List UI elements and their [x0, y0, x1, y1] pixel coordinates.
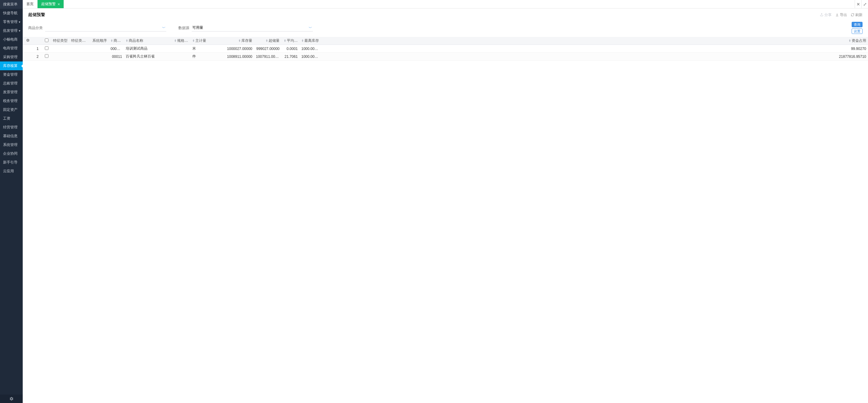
cell-uom: 件: [190, 53, 221, 61]
sidebar: 搜索菜单快捷导航零售管理▾批发管理▾小畅电商电商管理采购管理库存核算资金管理总账…: [0, 0, 23, 403]
sidebar-item-label: 资金管理: [3, 72, 18, 77]
cell-over-qty: 1007911.00000: [254, 53, 281, 61]
category-label: 商品分类: [28, 25, 43, 31]
page-title: 超储预警: [28, 12, 45, 18]
sidebar-item-6[interactable]: 采购管理: [0, 53, 23, 61]
sidebar-item-9[interactable]: 总账管理: [0, 79, 23, 88]
main-area: 首页超储预警× ✕ ⤢ 超储预警 分享 导出 刷新: [23, 0, 868, 403]
sidebar-item-8[interactable]: 资金管理: [0, 70, 23, 79]
share-icon: [820, 13, 824, 17]
export-icon: [835, 13, 839, 17]
cell-seq: 2: [33, 53, 42, 61]
sidebar-item-15[interactable]: 基础信息: [0, 132, 23, 141]
col-max-stock[interactable]: ▲▼最高库存: [300, 37, 321, 45]
share-button[interactable]: 分享: [820, 12, 832, 18]
cell-system-order: [91, 53, 109, 61]
table-header-row: 特征类型 特征类型名称 系统顺序 ▲▼商品… ▲▼商品名称 ▲▼规格型号 ▲▼主…: [23, 37, 868, 45]
chevron-down-icon: ▾: [19, 20, 20, 24]
cell-feature-type-name: [69, 45, 91, 53]
sidebar-item-label: 云应用: [3, 169, 14, 174]
col-feature-type[interactable]: 特征类型: [51, 37, 69, 45]
col-stock-qty[interactable]: ▲▼库存量: [221, 37, 254, 45]
close-icon[interactable]: ×: [58, 2, 60, 7]
cell-checkbox[interactable]: [42, 45, 51, 53]
tab-0[interactable]: 首页: [23, 0, 37, 8]
col-product-name[interactable]: ▲▼商品名称: [124, 37, 172, 45]
cell-product-name: 培训测试商品: [124, 45, 172, 53]
sidebar-item-label: 系统管理: [3, 142, 18, 148]
table-settings-header[interactable]: [23, 37, 33, 45]
cell-uom: 米: [190, 45, 221, 53]
sidebar-item-label: 固定资产: [3, 107, 18, 112]
sidebar-item-label: 新手引导: [3, 160, 18, 165]
cell-stock-qty: 1000027.00000: [221, 45, 254, 53]
sidebar-item-0[interactable]: 搜索菜单: [0, 0, 23, 9]
sidebar-item-label: 经营管理: [3, 125, 18, 130]
table-row[interactable]: 10000107培训测试商品米1000027.00000999027.00000…: [23, 45, 868, 53]
col-spec[interactable]: ▲▼规格型号: [172, 37, 190, 45]
cell-max-stock: 1000.00000: [300, 53, 321, 61]
sidebar-settings-button[interactable]: [0, 395, 23, 403]
col-over-qty[interactable]: ▲▼超储量: [254, 37, 281, 45]
sidebar-item-label: 采购管理: [3, 55, 18, 60]
cell-capital: 21877816.95710: [321, 53, 868, 61]
col-product-code[interactable]: ▲▼商品…: [109, 37, 124, 45]
category-select[interactable]: [45, 24, 166, 31]
sidebar-item-label: 企业协同: [3, 151, 18, 156]
sidebar-item-14[interactable]: 经营管理: [0, 123, 23, 132]
col-avg[interactable]: ▲▼平均…: [281, 37, 300, 45]
sidebar-item-label: 发票管理: [3, 90, 18, 95]
settings-button[interactable]: 设置: [851, 28, 863, 34]
sidebar-item-5[interactable]: 电商管理: [0, 44, 23, 53]
cell-stock-qty: 1008911.00000: [221, 53, 254, 61]
tab-close-all-button[interactable]: ✕: [855, 0, 861, 8]
cell-over-qty: 999027.00000: [254, 45, 281, 53]
col-uom[interactable]: ▲▼主计量: [190, 37, 221, 45]
tab-label: 超储预警: [41, 1, 56, 7]
cell-product-code: 00011: [109, 53, 124, 61]
cell-feature-type-name: [69, 53, 91, 61]
col-feature-type-name[interactable]: 特征类型名称: [69, 37, 91, 45]
chevron-down-icon: ▾: [19, 29, 20, 32]
sidebar-item-label: 工资: [3, 116, 10, 121]
sidebar-item-2[interactable]: 零售管理▾: [0, 18, 23, 26]
export-button[interactable]: 导出: [835, 12, 847, 18]
cell-spec: [172, 53, 190, 61]
col-system-order[interactable]: 系统顺序: [91, 37, 109, 45]
tab-1[interactable]: 超储预警×: [37, 0, 64, 8]
sidebar-item-19[interactable]: 云应用: [0, 167, 23, 176]
page-header: 超储预警 分享 导出 刷新: [23, 8, 868, 20]
tabs-bar: 首页超储预警× ✕ ⤢: [23, 0, 868, 8]
data-table: 特征类型 特征类型名称 系统顺序 ▲▼商品… ▲▼商品名称 ▲▼规格型号 ▲▼主…: [23, 37, 868, 61]
sidebar-item-3[interactable]: 批发管理▾: [0, 26, 23, 35]
cell-checkbox[interactable]: [42, 53, 51, 61]
source-select[interactable]: [192, 24, 313, 31]
sidebar-item-7[interactable]: 库存核算: [0, 61, 23, 70]
sidebar-item-18[interactable]: 新手引导: [0, 158, 23, 167]
sidebar-item-13[interactable]: 工资: [0, 114, 23, 123]
sidebar-item-12[interactable]: 固定资产: [0, 105, 23, 114]
sidebar-item-17[interactable]: 企业协同: [0, 149, 23, 158]
col-capital[interactable]: ▲▼资金占用: [321, 37, 868, 45]
sidebar-item-11[interactable]: 税务管理: [0, 97, 23, 105]
sidebar-item-label: 税务管理: [3, 98, 18, 103]
cell-capital: 99.90270: [321, 45, 868, 53]
query-button[interactable]: 查询: [851, 22, 863, 27]
col-checkbox[interactable]: [42, 37, 51, 45]
cell-seq: 1: [33, 45, 42, 53]
cell-system-order: [91, 45, 109, 53]
sidebar-item-16[interactable]: 系统管理: [0, 141, 23, 149]
sidebar-item-label: 快捷导航: [3, 10, 18, 16]
sidebar-item-label: 搜索菜单: [3, 2, 18, 7]
sidebar-item-label: 基础信息: [3, 133, 18, 139]
sidebar-item-label: 总账管理: [3, 81, 18, 86]
cell-avg: 21.7061: [281, 53, 300, 61]
sidebar-item-10[interactable]: 发票管理: [0, 88, 23, 97]
refresh-button[interactable]: 刷新: [851, 12, 863, 18]
sidebar-item-1[interactable]: 快捷导航: [0, 9, 23, 18]
table-row[interactable]: 200011百雀羚凡士林百雀件1008911.000001007911.0000…: [23, 53, 868, 61]
tab-expand-button[interactable]: ⤢: [861, 0, 868, 8]
sidebar-item-4[interactable]: 小畅电商: [0, 35, 23, 44]
col-seq: [33, 37, 42, 45]
cell-feature-type: [51, 53, 69, 61]
